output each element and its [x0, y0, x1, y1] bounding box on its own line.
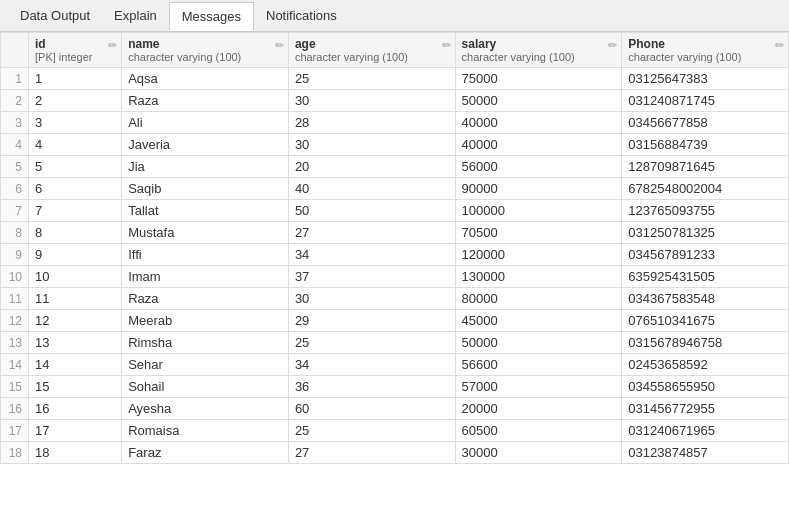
table-row: 12 12 Meerab 29 45000 076510341675: [1, 310, 789, 332]
cell-name: Mustafa: [122, 222, 289, 244]
cell-age: 37: [288, 266, 455, 288]
cell-id: 4: [29, 134, 122, 156]
cell-salary: 57000: [455, 376, 622, 398]
cell-age: 30: [288, 134, 455, 156]
cell-phone: 0315678946758: [622, 332, 789, 354]
cell-phone: 123765093755: [622, 200, 789, 222]
row-num-header: [1, 33, 29, 68]
table-row: 1 1 Aqsa 25 75000 03125647383: [1, 68, 789, 90]
cell-age: 50: [288, 200, 455, 222]
cell-age: 20: [288, 156, 455, 178]
row-number: 11: [1, 288, 29, 310]
table-row: 6 6 Saqib 40 90000 6782548002004: [1, 178, 789, 200]
cell-name: Imam: [122, 266, 289, 288]
cell-id: 2: [29, 90, 122, 112]
row-number: 7: [1, 200, 29, 222]
cell-salary: 56600: [455, 354, 622, 376]
tab-messages[interactable]: Messages: [169, 2, 254, 31]
table-row: 13 13 Rimsha 25 50000 0315678946758: [1, 332, 789, 354]
cell-phone: 128709871645: [622, 156, 789, 178]
cell-phone: 03156884739: [622, 134, 789, 156]
cell-age: 60: [288, 398, 455, 420]
cell-age: 27: [288, 442, 455, 464]
cell-age: 30: [288, 90, 455, 112]
cell-salary: 50000: [455, 332, 622, 354]
cell-id: 3: [29, 112, 122, 134]
col-edit-icon-salary[interactable]: ✏: [608, 39, 617, 52]
col-edit-icon-id[interactable]: ✏: [108, 39, 117, 52]
cell-phone: 6782548002004: [622, 178, 789, 200]
cell-name: Sohail: [122, 376, 289, 398]
col-edit-icon-phone[interactable]: ✏: [775, 39, 784, 52]
cell-id: 1: [29, 68, 122, 90]
data-table: id [PK] integer ✏ name character varying…: [0, 32, 789, 464]
cell-phone: 031456772955: [622, 398, 789, 420]
tab-explain[interactable]: Explain: [102, 2, 169, 29]
col-edit-icon-age[interactable]: ✏: [442, 39, 451, 52]
cell-phone: 03456677858: [622, 112, 789, 134]
col-header-name: name character varying (100) ✏: [122, 33, 289, 68]
row-number: 12: [1, 310, 29, 332]
cell-age: 29: [288, 310, 455, 332]
cell-name: Meerab: [122, 310, 289, 332]
table-wrapper: id [PK] integer ✏ name character varying…: [0, 32, 789, 525]
row-number: 16: [1, 398, 29, 420]
table-row: 17 17 Romaisa 25 60500 031240671965: [1, 420, 789, 442]
row-number: 15: [1, 376, 29, 398]
cell-id: 17: [29, 420, 122, 442]
cell-age: 30: [288, 288, 455, 310]
cell-age: 34: [288, 354, 455, 376]
table-body: 1 1 Aqsa 25 75000 03125647383 2 2 Raza 3…: [1, 68, 789, 464]
table-row: 5 5 Jia 20 56000 128709871645: [1, 156, 789, 178]
table-row: 15 15 Sohail 36 57000 034558655950: [1, 376, 789, 398]
row-number: 6: [1, 178, 29, 200]
col-edit-icon-name[interactable]: ✏: [275, 39, 284, 52]
cell-phone: 03125647383: [622, 68, 789, 90]
cell-id: 13: [29, 332, 122, 354]
cell-id: 6: [29, 178, 122, 200]
cell-salary: 90000: [455, 178, 622, 200]
cell-id: 7: [29, 200, 122, 222]
row-number: 3: [1, 112, 29, 134]
table-row: 2 2 Raza 30 50000 031240871745: [1, 90, 789, 112]
cell-phone: 031240671965: [622, 420, 789, 442]
cell-name: Iffi: [122, 244, 289, 266]
row-number: 5: [1, 156, 29, 178]
tab-data-output[interactable]: Data Output: [8, 2, 102, 29]
table-row: 7 7 Tallat 50 100000 123765093755: [1, 200, 789, 222]
cell-phone: 635925431505: [622, 266, 789, 288]
cell-name: Jia: [122, 156, 289, 178]
cell-name: Rimsha: [122, 332, 289, 354]
col-header-salary: salary character varying (100) ✏: [455, 33, 622, 68]
cell-id: 12: [29, 310, 122, 332]
col-header-phone: Phone character varying (100) ✏: [622, 33, 789, 68]
cell-salary: 40000: [455, 112, 622, 134]
table-row: 8 8 Mustafa 27 70500 031250781325: [1, 222, 789, 244]
cell-salary: 56000: [455, 156, 622, 178]
table-row: 18 18 Faraz 27 30000 03123874857: [1, 442, 789, 464]
tab-notifications[interactable]: Notifications: [254, 2, 349, 29]
cell-id: 16: [29, 398, 122, 420]
cell-name: Ayesha: [122, 398, 289, 420]
cell-salary: 80000: [455, 288, 622, 310]
row-number: 18: [1, 442, 29, 464]
cell-id: 18: [29, 442, 122, 464]
cell-salary: 120000: [455, 244, 622, 266]
cell-name: Aqsa: [122, 68, 289, 90]
cell-id: 10: [29, 266, 122, 288]
cell-id: 15: [29, 376, 122, 398]
row-number: 9: [1, 244, 29, 266]
cell-phone: 034567891233: [622, 244, 789, 266]
cell-id: 9: [29, 244, 122, 266]
table-row: 10 10 Imam 37 130000 635925431505: [1, 266, 789, 288]
cell-phone: 03123874857: [622, 442, 789, 464]
cell-age: 34: [288, 244, 455, 266]
cell-salary: 50000: [455, 90, 622, 112]
cell-name: Tallat: [122, 200, 289, 222]
cell-salary: 130000: [455, 266, 622, 288]
cell-age: 25: [288, 68, 455, 90]
cell-phone: 031250781325: [622, 222, 789, 244]
cell-name: Romaisa: [122, 420, 289, 442]
table-row: 4 4 Javeria 30 40000 03156884739: [1, 134, 789, 156]
cell-name: Faraz: [122, 442, 289, 464]
